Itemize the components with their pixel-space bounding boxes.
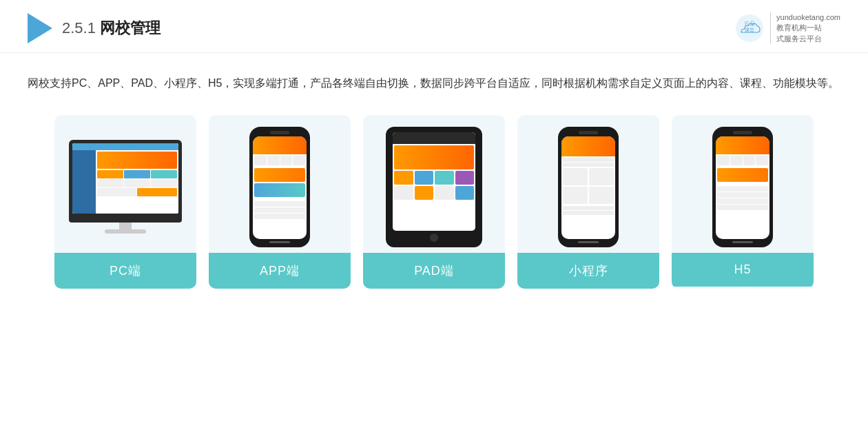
mini-row [563,163,614,167]
tablet-grid-cell [415,186,434,200]
screen-block [137,188,177,196]
page: 2.5.1 网校管理 云朵 课堂 yunduoketang.com 教育机构一站… [0,0,868,434]
h5-sub-banner [717,168,768,182]
phone-notch [270,131,289,134]
phone-sub-banner [254,168,305,182]
list-item [254,201,305,207]
tablet-grid-cell [455,171,475,185]
phone-mockup-mini [558,127,619,247]
card-pad-label: PAD端 [363,253,505,289]
phone-banner-area [253,167,307,200]
tablet-grid-cell [394,171,413,185]
card-app-label: APP端 [209,253,351,289]
monitor-mockup [67,140,184,234]
pc-screen-content [72,143,178,214]
screen-block [97,188,137,196]
screen-row-2 [97,179,177,187]
monitor-base [105,229,146,234]
logo-triangle-icon [28,13,52,43]
screen-block [97,170,123,178]
phone-screen-h5 [716,136,769,239]
screen-row-3 [97,188,177,196]
monitor-screen-outer [69,140,182,217]
screen-banner [97,152,177,169]
phone-grid [253,154,307,167]
screen-block [151,179,177,187]
card-mini-image [517,115,659,253]
phone-list [253,200,307,221]
card-mini-label: 小程序 [517,253,659,289]
h5-list-item [717,198,768,204]
monitor-bottom-bar [69,217,182,223]
h5-grid [716,154,769,167]
h5-grid-item [717,156,730,165]
tablet-home-button [430,234,438,242]
phone-header [253,136,307,155]
brand-tagline2: 式服务云平台 [776,34,840,44]
mini-top-banner [561,136,615,157]
list-item [254,214,305,219]
tablet-top-bar [393,132,475,144]
mini-row [563,206,614,210]
grid-item [254,156,267,165]
mini-row [563,211,614,215]
cards-container: PC端 [0,101,868,309]
card-app: APP端 [209,115,351,289]
brand-text: yunduoketang.com 教育机构一站 式服务云平台 [770,12,840,44]
phone-notch-mini [579,131,598,134]
phone-mockup-app [249,127,310,247]
card-pc-label: PC端 [54,253,196,289]
app-screen-content [253,136,307,239]
card-pad: PAD端 [363,115,505,289]
card-h5-label: H5 [672,253,814,287]
tablet-banner [394,145,474,169]
tablet-grid-cell [435,171,454,185]
mini-card-grid [563,168,614,204]
mini-card [589,187,614,204]
phone-home-bar [269,241,290,243]
section-number: 2.5.1 [62,19,96,37]
h5-grid-item [743,156,756,165]
mini-card [589,168,614,185]
mini-card [563,168,588,185]
phone-home-bar-mini [578,241,599,243]
h5-list [716,185,769,212]
phone-notch-h5 [733,131,752,134]
card-pc-image [54,115,196,253]
h5-grid-item [756,156,768,165]
screen-header-bar [72,143,178,150]
card-pad-image [363,115,505,253]
header: 2.5.1 网校管理 云朵 课堂 yunduoketang.com 教育机构一站… [0,0,868,53]
brand-logo: 云朵 课堂 yunduoketang.com 教育机构一站 式服务云平台 [734,12,840,44]
page-title: 2.5.1 网校管理 [62,18,161,39]
mini-screen-content [561,136,615,239]
tablet-screen [393,132,475,231]
tablet-body [393,144,475,203]
card-h5: H5 [672,115,814,289]
tablet-grid [394,171,474,200]
h5-screen-content [716,136,769,239]
description-text: 网校支持PC、APP、PAD、小程序、H5，实现多端打通，产品各终端自由切换，数… [0,53,868,101]
card-pc: PC端 [54,115,196,289]
screen-block [124,170,150,178]
h5-header [716,136,769,155]
h5-banner-area [716,167,769,185]
grid-item [293,156,305,165]
tablet-grid-cell [435,186,454,200]
h5-grid-item [730,156,743,165]
monitor-neck [119,223,132,229]
card-h5-image [672,115,814,253]
tablet-grid-cell [455,186,475,200]
section-name: 网校管理 [100,19,161,37]
tablet-grid-cell [415,171,434,185]
h5-list-item [717,205,768,210]
description-paragraph: 网校支持PC、APP、PAD、小程序、H5，实现多端打通，产品各终端自由切换，数… [28,72,840,94]
card-mini: 小程序 [517,115,659,289]
tablet-grid-cell [394,186,413,200]
phone-home-bar-h5 [732,241,753,243]
screen-row-1 [97,170,177,178]
monitor-screen-inner [72,143,178,214]
list-item [254,207,305,213]
phone-screen-mini [561,136,615,239]
mini-row [563,158,614,162]
